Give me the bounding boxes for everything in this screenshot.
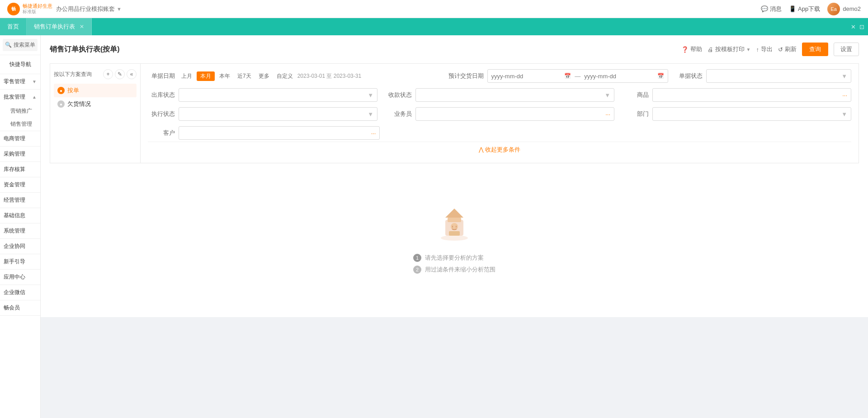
sidebar-item-member[interactable]: 畅会员 (0, 300, 40, 315)
delivery-status-select[interactable]: ▼ (179, 88, 377, 102)
sidebar-section-ecom: 电商管理 (0, 131, 40, 147)
collapse-btn[interactable]: ⋀ 收起更多条件 (148, 142, 851, 157)
member-label: 畅会员 (4, 304, 20, 312)
system-label: 系统管理 (4, 227, 25, 235)
edit-scheme-btn[interactable]: ✎ (115, 69, 125, 79)
empty-tip-2: 2 用过滤条件来缩小分析范围 (413, 266, 495, 274)
sidebar-item-wholesale[interactable]: 批发管理 ▲ (0, 90, 40, 104)
sidebar-section-wechat: 企业微信 (0, 285, 40, 300)
date-btn-last-month[interactable]: 上月 (179, 71, 195, 81)
logo-symbol: 畅 (11, 6, 16, 12)
customer-select[interactable]: ··· (179, 126, 380, 140)
department-select[interactable]: ▼ (652, 107, 851, 121)
collection-status-select[interactable]: ▼ (415, 88, 614, 102)
sidebar-search-area: 🔍 搜索菜单 (0, 35, 40, 55)
sidebar-item-basic[interactable]: 基础信息 (0, 208, 40, 223)
empty-state: 1 请先选择要分析的方案 2 用过滤条件来缩小分析范围 (50, 163, 859, 310)
app-dropdown-icon[interactable]: ▼ (117, 6, 122, 12)
query-btn[interactable]: 查询 (802, 43, 828, 56)
product-more-btn[interactable]: ··· (842, 92, 847, 99)
search-menu-label: 搜索菜单 (14, 42, 35, 48)
tab-restore-icon[interactable]: ⊡ (859, 24, 864, 30)
page-title: 销售订单执行表(按单) (50, 45, 120, 54)
exec-status-select[interactable]: ▼ (179, 107, 377, 121)
sidebar-item-ecom[interactable]: 电商管理 (0, 131, 40, 146)
salesperson-select[interactable]: ··· (415, 107, 614, 121)
sidebar-item-appstore[interactable]: 应用中心 (0, 270, 40, 285)
sidebar-item-system[interactable]: 系统管理 (0, 223, 40, 238)
tab-sales-order[interactable]: 销售订单执行表 ✕ (27, 18, 92, 35)
sidebar-item-purchase[interactable]: 采购管理 (0, 147, 40, 162)
app-download-label: App下载 (798, 5, 820, 13)
scheme-item-debt[interactable]: ● 欠货情况 (54, 97, 137, 111)
scheme-item-order[interactable]: ● 按单 (54, 84, 137, 97)
search-icon: 🔍 (5, 42, 12, 48)
sidebar-item-promo[interactable]: 营销推广 (0, 104, 40, 118)
date-btn-this-year[interactable]: 本年 (217, 71, 233, 81)
finance-label: 资金管理 (4, 181, 25, 189)
date-btn-7days[interactable]: 近7天 (235, 71, 254, 81)
sidebar-item-inventory[interactable]: 库存核算 (0, 162, 40, 177)
sidebar-item-newbie[interactable]: 新手引导 (0, 254, 40, 269)
help-btn[interactable]: ❓ 帮助 (681, 45, 702, 53)
basic-label: 基础信息 (4, 212, 25, 219)
message-btn[interactable]: 💬 消息 (761, 5, 782, 13)
sidebar-section-newbie: 新手引导 (0, 254, 40, 270)
filter-item-delivery-date: 预计交货日期 📅 — 📅 (448, 69, 668, 83)
sidebar-item-quick-nav[interactable]: 快捷导航 (0, 58, 40, 71)
sidebar-item-finance[interactable]: 资金管理 (0, 177, 40, 192)
customer-more-btn[interactable]: ··· (371, 130, 376, 137)
download-icon: 📱 (789, 5, 796, 12)
tab-home-label: 首页 (7, 23, 19, 31)
sidebar-item-retail[interactable]: 零售管理 ▼ (0, 74, 40, 89)
collapse-scheme-btn[interactable]: « (127, 69, 137, 79)
sidebar-item-wechat[interactable]: 企业微信 (0, 285, 40, 300)
print-dropdown-icon: ▼ (746, 47, 751, 52)
export-btn[interactable]: ↑ 导出 (756, 45, 773, 53)
delivery-date-from[interactable] (491, 73, 563, 80)
user-area[interactable]: Ea demo2 (827, 3, 861, 15)
sidebar-item-sales[interactable]: 销售管理 (0, 118, 40, 131)
header-left: 畅 畅捷通好生意 标准版 办公用品行业模拟账套 ▼ (7, 3, 122, 15)
tab-sales-order-label: 销售订单执行表 (34, 23, 75, 31)
sidebar-nav: 快捷导航 (0, 55, 40, 74)
delivery-date-to[interactable] (584, 73, 656, 80)
date-btn-custom[interactable]: 自定义 (274, 71, 296, 81)
settings-btn[interactable]: 设置 (834, 43, 859, 56)
retail-arrow-icon: ▼ (32, 79, 37, 84)
delivery-date-range[interactable]: 📅 — 📅 (487, 69, 668, 83)
date-btn-more[interactable]: 更多 (256, 71, 272, 81)
sidebar-item-corp[interactable]: 企业协同 (0, 239, 40, 254)
collection-status-arrow: ▼ (604, 92, 610, 99)
tab-close-window-icon[interactable]: ✕ (851, 24, 856, 30)
sidebar: 🔍 搜索菜单 快捷导航 零售管理 ▼ 批发管理 ▲ 营销推广 销售管理 (0, 35, 41, 418)
date-buttons: 上月 本月 本年 近7天 更多 自定义 (179, 71, 296, 81)
sidebar-item-operation[interactable]: 经营管理 (0, 193, 40, 208)
calendar-icon-right: 📅 (657, 73, 664, 79)
salesperson-more-btn[interactable]: ··· (605, 111, 610, 118)
wholesale-arrow-icon: ▲ (32, 95, 37, 100)
refresh-btn[interactable]: ↺ 刷新 (778, 45, 797, 53)
search-menu-btn[interactable]: 🔍 搜索菜单 (3, 39, 38, 51)
header-right: 💬 消息 📱 App下载 Ea demo2 (761, 3, 861, 15)
tab-home[interactable]: 首页 (0, 18, 27, 35)
message-icon: 💬 (761, 5, 768, 12)
product-select[interactable]: ··· (652, 88, 851, 102)
sidebar-section-corp: 企业协同 (0, 239, 40, 254)
app-download-btn[interactable]: 📱 App下载 (789, 5, 820, 13)
order-status-select[interactable]: ▼ (706, 69, 851, 83)
refresh-label: 刷新 (785, 45, 797, 53)
add-scheme-btn[interactable]: + (103, 69, 113, 79)
department-label: 部门 (622, 110, 649, 118)
export-icon: ↑ (756, 46, 760, 53)
app-title-area[interactable]: 办公用品行业模拟账套 ▼ (56, 5, 122, 13)
logo-area: 畅 畅捷通好生意 标准版 (7, 3, 52, 15)
calendar-icon-left: 📅 (564, 73, 571, 79)
operation-label: 经营管理 (4, 196, 25, 204)
delivery-status-arrow: ▼ (368, 92, 373, 99)
sidebar-section-system: 系统管理 (0, 223, 40, 239)
date-btn-this-month[interactable]: 本月 (197, 71, 215, 81)
tip-num-2: 2 (413, 266, 421, 274)
tab-close-icon[interactable]: ✕ (80, 24, 84, 30)
print-btn[interactable]: 🖨 按模板打印 ▼ (708, 45, 751, 53)
